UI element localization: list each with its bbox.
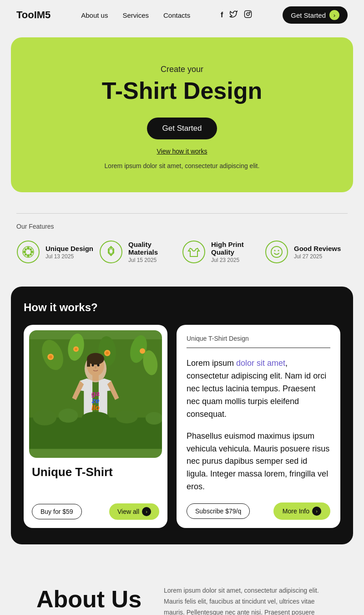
- svg-point-53: [58, 409, 78, 423]
- svg-point-11: [30, 248, 32, 251]
- product-image-container: ga ze llo: [29, 330, 162, 458]
- feature-high-print-quality: High Print Quality Jul 23 2025: [182, 240, 265, 264]
- instagram-icon[interactable]: [244, 10, 252, 20]
- svg-point-10: [30, 253, 32, 256]
- logo: TooIM5: [16, 9, 51, 21]
- feature-unique-design-title: Unique Design: [46, 245, 93, 252]
- quality-materials-icon: [99, 240, 123, 264]
- feature-unique-design-date: Jul 13 2025: [46, 253, 93, 260]
- hero-get-started-button[interactable]: Get Started: [147, 118, 217, 139]
- feature-quality-materials: Quality Materials Jul 15 2025: [99, 240, 182, 264]
- how-cards: ga ze llo: [24, 325, 340, 528]
- feature-quality-materials-title: Quality Materials: [128, 241, 182, 256]
- feature-high-print-quality-date: Jul 23 2025: [211, 257, 265, 263]
- hero-subtitle: Create your: [29, 65, 335, 74]
- feature-high-print-quality-title: High Print Quality: [211, 241, 265, 256]
- svg-point-56: [146, 412, 162, 425]
- svg-line-18: [108, 249, 109, 250]
- facebook-icon[interactable]: f: [221, 11, 223, 19]
- hero-title: T-Shirt Design: [29, 78, 335, 104]
- svg-line-21: [108, 252, 109, 253]
- svg-point-3: [17, 241, 39, 263]
- info-card-label: Unique T-Shirt Design: [187, 335, 330, 342]
- how-title: How it works?: [24, 301, 340, 314]
- buy-button[interactable]: Buy for $59: [32, 504, 82, 519]
- hero-section: Create your T-Shirt Design Get Started V…: [11, 37, 353, 192]
- good-reviews-icon: [265, 240, 288, 264]
- svg-point-55: [116, 410, 138, 423]
- card-actions: Buy for $59 View all ›: [32, 503, 159, 520]
- feature-high-print-quality-info: High Print Quality Jul 23 2025: [211, 241, 265, 263]
- svg-rect-43: [87, 359, 90, 367]
- navbar: TooIM5 About us Services Contacts f Get …: [0, 0, 364, 30]
- colored-text: dolor sit amet: [236, 359, 285, 368]
- svg-point-22: [183, 241, 205, 263]
- social-links: f: [221, 10, 252, 20]
- nav-links: About us Services Contacts: [81, 11, 190, 19]
- info-card-text1: Lorem ipsum dolor sit amet, consectetur …: [187, 357, 330, 420]
- product-image: ga ze llo: [29, 330, 162, 458]
- svg-point-5: [27, 247, 30, 250]
- cta-arrow-icon: ›: [329, 10, 339, 20]
- svg-point-23: [266, 241, 288, 263]
- svg-rect-47: [92, 375, 99, 381]
- svg-point-52: [33, 410, 57, 425]
- feature-unique-design-info: Unique Design Jul 13 2025: [46, 245, 93, 260]
- info-card-text2: Phasellus euismod maximus ipsum vehicula…: [187, 430, 330, 493]
- svg-point-34: [49, 355, 52, 359]
- unique-design-icon: [16, 240, 40, 264]
- high-print-quality-icon: [182, 240, 206, 264]
- svg-point-24: [271, 246, 282, 257]
- feature-good-reviews-date: Jul 27 2025: [294, 253, 341, 260]
- svg-line-20: [113, 249, 114, 250]
- feature-good-reviews-title: Good Reviews: [294, 245, 341, 252]
- feature-quality-materials-date: Jul 15 2025: [128, 257, 182, 263]
- svg-point-8: [30, 251, 33, 253]
- svg-point-44: [91, 364, 94, 367]
- hero-description: Lorem ipsum dolor sit amet, consectetur …: [29, 162, 335, 169]
- feature-good-reviews: Good Reviews Jul 27 2025: [265, 240, 348, 264]
- about-text: Lorem ipsum dolor sit amet, consectetur …: [164, 585, 328, 615]
- subscribe-button[interactable]: Subscribe $79/q: [187, 503, 250, 519]
- nav-contacts[interactable]: Contacts: [163, 11, 190, 19]
- more-info-button[interactable]: More Info ›: [273, 502, 330, 520]
- svg-point-12: [25, 253, 27, 256]
- product-photo: ga ze llo: [29, 330, 162, 458]
- feature-good-reviews-info: Good Reviews Jul 27 2025: [294, 245, 341, 260]
- svg-point-54: [82, 412, 109, 424]
- svg-line-19: [113, 252, 114, 253]
- view-all-button[interactable]: View all ›: [109, 503, 159, 520]
- svg-point-36: [75, 348, 77, 350]
- features-section: Our Features Unique Design Jul 13 2025: [0, 200, 364, 273]
- svg-marker-15: [109, 248, 113, 254]
- twitter-icon[interactable]: [229, 10, 238, 20]
- svg-point-26: [278, 250, 279, 251]
- svg-point-39: [140, 348, 145, 354]
- feature-quality-materials-info: Quality Materials Jul 15 2025: [128, 241, 182, 263]
- get-started-nav-button[interactable]: Get Started ›: [283, 6, 348, 24]
- how-it-works-section: How it works?: [11, 287, 353, 544]
- more-info-arrow-icon: ›: [312, 507, 321, 516]
- svg-point-46: [95, 366, 96, 369]
- svg-point-7: [23, 251, 26, 253]
- svg-point-6: [27, 254, 30, 257]
- product-card: ga ze llo: [24, 325, 167, 528]
- svg-point-45: [97, 364, 99, 367]
- feature-unique-design: Unique Design Jul 13 2025: [16, 240, 99, 264]
- nav-about[interactable]: About us: [81, 11, 108, 19]
- card-content: Unique T-Shirt Buy for $59 View all ›: [24, 458, 167, 528]
- nav-services[interactable]: Services: [122, 11, 149, 19]
- svg-point-38: [106, 352, 109, 355]
- svg-point-25: [274, 250, 276, 251]
- hero-view-link[interactable]: View how it works: [29, 148, 335, 155]
- svg-text:llo: llo: [91, 404, 100, 412]
- features-grid: Unique Design Jul 13 2025 Quality Materi…: [16, 240, 348, 264]
- svg-rect-0: [245, 10, 252, 17]
- view-all-arrow-icon: ›: [142, 507, 151, 516]
- svg-point-13: [100, 241, 122, 263]
- about-title: About Us: [36, 585, 146, 613]
- info-card-actions: Subscribe $79/q More Info ›: [187, 502, 330, 520]
- features-divider: [16, 213, 348, 214]
- product-title: Unique T-Shirt: [32, 465, 159, 487]
- svg-point-1: [247, 13, 249, 15]
